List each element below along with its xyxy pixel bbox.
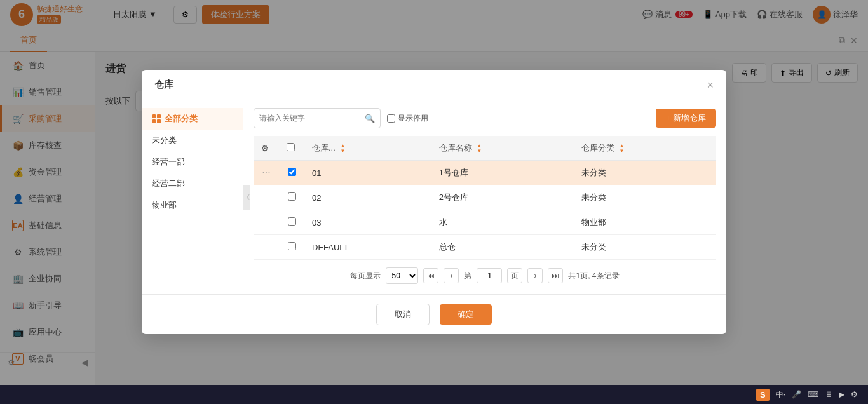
table-row[interactable]: 02 2号仓库 未分类: [254, 185, 716, 210]
row-dots[interactable]: [254, 185, 279, 210]
col-header-setting: ⚙: [254, 136, 279, 161]
col-header-check: [279, 136, 304, 161]
table-area: 🔍 显示停用 + 新增仓库 ⚙: [243, 100, 726, 294]
row-name: 水: [431, 210, 574, 235]
search-icon: 🔍: [365, 114, 375, 123]
modal-body: 《 全部分类 未分类 经营一部 经营二部 物业部: [142, 100, 726, 294]
category-item-unclassified[interactable]: 未分类: [142, 130, 243, 151]
page-label: 页: [507, 268, 522, 283]
modal-close-button[interactable]: ×: [707, 79, 714, 91]
table-row[interactable]: DEFAULT 总仓 未分类: [254, 235, 716, 260]
status-keyboard-icon[interactable]: ⌨: [808, 390, 818, 399]
row-code: 01: [304, 161, 431, 185]
row-code: DEFAULT: [304, 235, 431, 260]
row-name: 总仓: [431, 235, 574, 260]
grid-icon: [152, 114, 161, 123]
cancel-button[interactable]: 取消: [376, 304, 430, 325]
show-disabled-label: 显示停用: [398, 113, 428, 124]
page-input[interactable]: [477, 268, 502, 283]
row-dots[interactable]: ···: [254, 161, 279, 185]
row-checkbox-cell: [279, 161, 304, 185]
per-page-select[interactable]: 50 20 100: [386, 267, 418, 284]
status-bar: S 中· 🎤 ⌨ 🖥 ▶ ⚙: [0, 385, 868, 404]
row-category: 未分类: [574, 185, 716, 210]
category-item-property[interactable]: 物业部: [142, 194, 243, 216]
warehouse-table: ⚙ 仓库... ▲▼ 仓库名称 ▲▼: [254, 136, 716, 260]
row-checkbox-cell: [279, 210, 304, 235]
row-code: 02: [304, 185, 431, 210]
select-all-checkbox[interactable]: [287, 143, 295, 151]
row-name: 2号仓库: [431, 185, 574, 210]
three-dots-icon[interactable]: ···: [262, 167, 270, 178]
confirm-button[interactable]: 确定: [440, 304, 492, 325]
status-monitor-icon[interactable]: 🖥: [825, 390, 832, 399]
next-page-button[interactable]: ›: [527, 268, 543, 283]
show-disabled-area: 显示停用: [387, 113, 428, 124]
status-play-icon[interactable]: ▶: [839, 390, 844, 399]
sort-code-icon: ▲▼: [340, 144, 345, 154]
sort-name-icon: ▲▼: [477, 144, 482, 154]
per-page-label: 每页显示: [350, 271, 381, 281]
row-checkbox-cell: [279, 185, 304, 210]
search-box: 🔍: [254, 108, 381, 128]
col-header-name: 仓库名称 ▲▼: [431, 136, 574, 161]
row-checkbox[interactable]: [288, 242, 296, 250]
modal-footer: 取消 确定: [142, 294, 726, 334]
row-checkbox-cell: [279, 235, 304, 260]
row-checkbox[interactable]: [288, 168, 296, 176]
add-warehouse-button[interactable]: + 新增仓库: [656, 109, 716, 128]
category-item-ops1[interactable]: 经营一部: [142, 151, 243, 173]
row-dots[interactable]: [254, 235, 279, 260]
category-item-ops2[interactable]: 经营二部: [142, 173, 243, 194]
modal-overlay: 仓库 × 《 全部分类 未分类 经营一部: [0, 0, 868, 404]
sort-category-icon: ▲▼: [619, 144, 624, 154]
first-page-button[interactable]: ⏮: [423, 268, 438, 283]
row-name: 1号仓库: [431, 161, 574, 185]
warehouse-modal: 仓库 × 《 全部分类 未分类 经营一部: [142, 70, 726, 334]
table-row[interactable]: 03 水 物业部: [254, 210, 716, 235]
pagination: 每页显示 50 20 100 ⏮ ‹ 第 页 › ⏭ 共1页, 4条记录: [254, 260, 716, 286]
search-input[interactable]: [259, 114, 365, 123]
row-category: 物业部: [574, 210, 716, 235]
prev-page-button[interactable]: ‹: [444, 268, 459, 283]
col-header-category: 仓库分类 ▲▼: [574, 136, 716, 161]
last-page-button[interactable]: ⏭: [548, 268, 563, 283]
show-disabled-checkbox[interactable]: [387, 114, 395, 123]
page-word: 第: [464, 271, 471, 281]
modal-header: 仓库 ×: [142, 70, 726, 100]
total-label: 共1页, 4条记录: [568, 271, 619, 281]
collapse-button[interactable]: 《: [243, 185, 250, 210]
col-header-code: 仓库... ▲▼: [304, 136, 431, 161]
status-mic-icon[interactable]: 🎤: [792, 390, 801, 399]
category-sidebar: 《 全部分类 未分类 经营一部 经营二部 物业部: [142, 100, 243, 294]
row-category: 未分类: [574, 161, 716, 185]
status-logo: S: [756, 389, 770, 401]
category-item-all[interactable]: 全部分类: [142, 108, 243, 130]
row-category: 未分类: [574, 235, 716, 260]
table-row[interactable]: ··· 01 1号仓库 未分类: [254, 161, 716, 185]
row-dots[interactable]: [254, 210, 279, 235]
row-checkbox[interactable]: [288, 217, 296, 226]
status-lang[interactable]: 中·: [776, 389, 785, 400]
table-toolbar: 🔍 显示停用 + 新增仓库: [254, 108, 716, 128]
row-checkbox[interactable]: [288, 192, 296, 201]
modal-title: 仓库: [154, 79, 173, 91]
row-code: 03: [304, 210, 431, 235]
status-gear-icon[interactable]: ⚙: [851, 390, 858, 399]
